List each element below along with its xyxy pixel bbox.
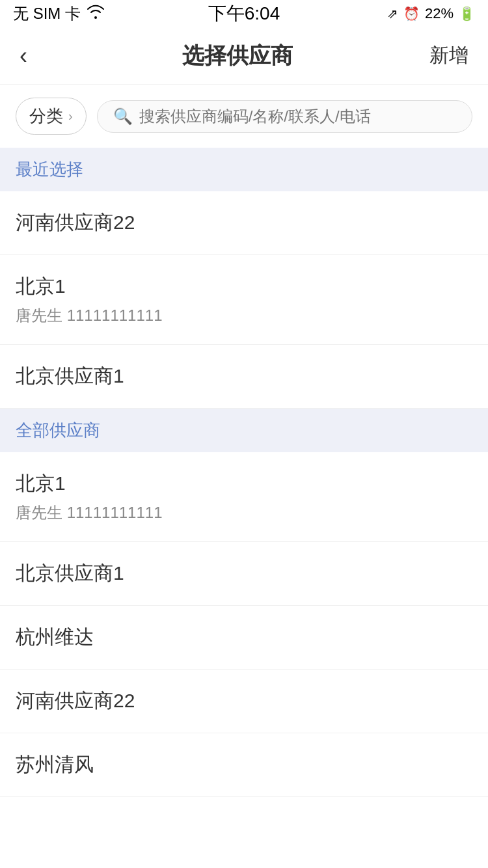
status-bar: 无 SIM 卡 下午6:04 ⇗ ⏰ 22% 🔋 (0, 0, 488, 27)
back-button[interactable]: ‹ (20, 42, 59, 70)
item-name: 北京1 (16, 273, 472, 300)
status-right: ⇗ ⏰ 22% 🔋 (387, 5, 475, 22)
item-name: 河南供应商22 (16, 688, 472, 714)
all-section-header: 全部供应商 (0, 409, 488, 452)
status-left: 无 SIM 卡 (13, 3, 105, 24)
item-sub: 唐先生 11111111111 (16, 305, 472, 326)
location-icon: ⇗ (387, 6, 398, 21)
page-title: 选择供应商 (59, 41, 416, 71)
category-button[interactable]: 分类 › (16, 98, 87, 135)
all-section-label: 全部供应商 (16, 420, 100, 440)
recent-section-header: 最近选择 (0, 148, 488, 191)
category-label: 分类 (29, 105, 63, 128)
list-item[interactable]: 杭州维达 (0, 606, 488, 670)
wifi-icon (86, 5, 105, 23)
item-name: 河南供应商22 (16, 210, 472, 236)
item-name: 北京供应商1 (16, 363, 472, 390)
item-name: 北京1 (16, 470, 472, 497)
item-sub: 唐先生 11111111111 (16, 502, 472, 523)
chevron-right-icon: › (68, 109, 73, 124)
recent-section-label: 最近选择 (16, 159, 83, 179)
battery-icon: 🔋 (459, 6, 475, 21)
search-input[interactable] (139, 107, 456, 126)
list-item[interactable]: 北京供应商1 (0, 542, 488, 606)
nav-bar: ‹ 选择供应商 新增 (0, 27, 488, 85)
item-name: 北京供应商1 (16, 560, 472, 587)
item-name: 杭州维达 (16, 624, 472, 651)
list-item[interactable]: 苏州清风 (0, 733, 488, 797)
battery-text: 22% (425, 5, 454, 22)
no-sim-text: 无 SIM 卡 (13, 3, 81, 24)
list-item[interactable]: 河南供应商22 (0, 191, 488, 255)
status-time: 下午6:04 (208, 1, 280, 26)
item-name: 苏州清风 (16, 752, 472, 778)
list-item[interactable]: 北京1唐先生 11111111111 (0, 255, 488, 345)
list-item[interactable]: 河南供应商22 (0, 670, 488, 733)
search-icon: 🔍 (113, 107, 133, 126)
list-item[interactable]: 北京1唐先生 11111111111 (0, 452, 488, 542)
search-bar[interactable]: 🔍 (97, 100, 472, 133)
add-button[interactable]: 新增 (416, 42, 468, 69)
all-list: 北京1唐先生 11111111111北京供应商1杭州维达河南供应商22苏州清风 (0, 452, 488, 797)
alarm-icon: ⏰ (403, 6, 420, 21)
filter-bar: 分类 › 🔍 (0, 85, 488, 148)
list-item[interactable]: 北京供应商1 (0, 345, 488, 409)
recent-list: 河南供应商22北京1唐先生 11111111111北京供应商1 (0, 191, 488, 409)
